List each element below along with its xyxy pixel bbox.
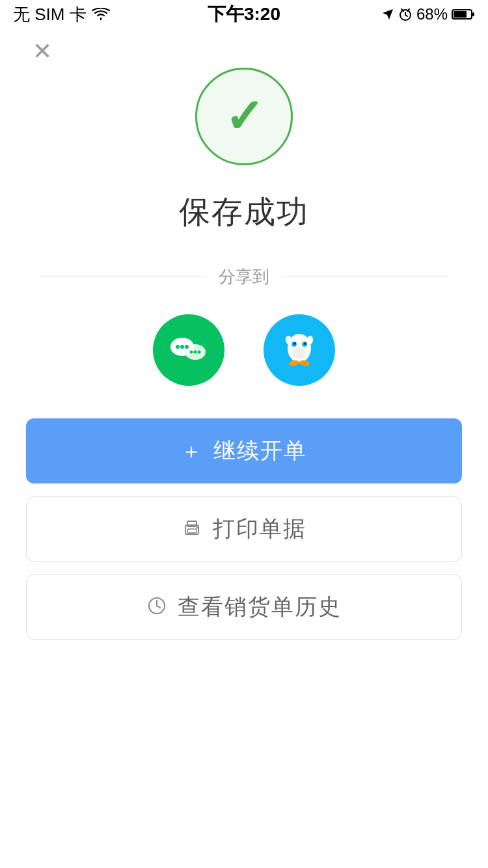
svg-line-33 xyxy=(157,606,160,608)
checkmark-icon: ✓ xyxy=(224,93,264,140)
wechat-share-button[interactable] xyxy=(153,314,224,386)
print-label: 打印单据 xyxy=(213,514,306,544)
alarm-icon xyxy=(398,7,413,21)
main-content: ✓ 保存成功 分享到 xyxy=(0,29,488,640)
continue-button[interactable]: ＋ 继续开单 xyxy=(26,418,462,483)
svg-point-12 xyxy=(185,345,189,349)
status-left: 无 SIM 卡 xyxy=(13,3,110,26)
svg-rect-7 xyxy=(472,12,474,16)
close-button[interactable]: ✕ xyxy=(26,35,59,68)
buttons-section: ＋ 继续开单 打印单据 xyxy=(0,418,488,640)
status-bar: 无 SIM 卡 下午3:20 68% xyxy=(0,0,488,29)
svg-line-2 xyxy=(405,15,407,16)
close-icon: ✕ xyxy=(33,40,52,63)
sim-status: 无 SIM 卡 xyxy=(13,3,87,26)
svg-point-30 xyxy=(197,526,198,528)
svg-point-15 xyxy=(198,351,201,354)
history-label: 查看销货单历史 xyxy=(178,592,342,622)
history-button[interactable]: 查看销货单历史 xyxy=(26,575,462,640)
status-right: 68% xyxy=(381,5,475,23)
qq-icon xyxy=(280,327,319,373)
success-title: 保存成功 xyxy=(179,191,309,233)
svg-point-22 xyxy=(292,347,306,359)
continue-label: 继续开单 xyxy=(213,436,307,466)
share-label: 分享到 xyxy=(206,265,282,288)
svg-rect-6 xyxy=(454,11,467,18)
svg-point-19 xyxy=(293,342,296,345)
divider-right xyxy=(282,277,449,277)
share-section: 分享到 xyxy=(0,265,488,386)
divider-left xyxy=(39,277,206,277)
success-circle: ✓ xyxy=(195,68,293,165)
location-icon xyxy=(381,8,394,21)
svg-point-20 xyxy=(304,342,306,345)
clock-icon xyxy=(146,595,167,619)
print-button[interactable]: 打印单据 xyxy=(26,496,462,562)
qq-share-button[interactable] xyxy=(264,314,335,386)
status-time: 下午3:20 xyxy=(208,2,280,27)
plus-icon: ＋ xyxy=(181,441,203,461)
wechat-icon xyxy=(168,332,210,368)
printer-icon xyxy=(182,517,202,541)
wifi-icon xyxy=(92,8,110,21)
share-divider: 分享到 xyxy=(0,265,488,288)
share-icons-row xyxy=(153,314,335,386)
svg-point-11 xyxy=(180,345,184,349)
svg-rect-29 xyxy=(187,529,197,533)
battery-percent: 68% xyxy=(416,5,448,23)
battery-icon xyxy=(452,8,475,20)
svg-point-13 xyxy=(190,351,193,354)
svg-point-10 xyxy=(176,345,180,349)
svg-point-14 xyxy=(194,351,197,354)
